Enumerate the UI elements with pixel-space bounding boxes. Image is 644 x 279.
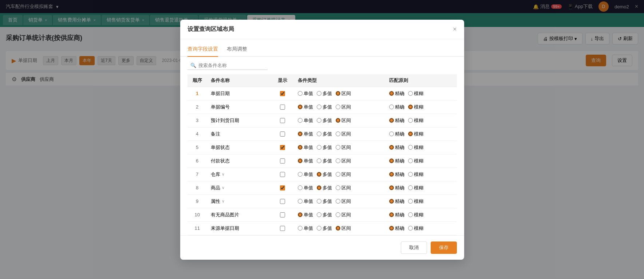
inner-table: 顺序 条件名称 显示 条件类型 匹配原则 1单据日期单值多值区间精确模糊2单据编… [180,74,464,92]
table-row: 1单据日期单值多值区间精确模糊 [187,87,457,92]
tab-layout-adjust[interactable]: 布局调整 [227,44,247,57]
search-input-wrap: 🔍 [187,61,268,70]
dialog-body: 查询字段设置 布局调整 🔍 顺序 条 [180,39,464,92]
cell-display [270,87,294,92]
tab-field-settings[interactable]: 查询字段设置 [187,44,218,57]
radio-rule-exact[interactable]: 精确 [389,90,404,92]
radio-type-range[interactable]: 区间 [336,90,351,92]
dialog-title: 设置查询区域布局 [187,25,234,33]
display-checkbox[interactable] [280,91,285,92]
modal-overlay: 设置查询区域布局 × 查询字段设置 布局调整 🔍 [0,0,644,92]
col-display: 显示 [270,74,294,87]
radio-type-multi[interactable]: 多值 [317,90,332,92]
radio-type-single[interactable]: 单值 [298,90,313,92]
col-cond-name: 条件名称 [207,74,270,87]
search-input[interactable] [198,63,265,68]
col-match-rule: 匹配原则 [386,74,457,87]
dialog-close-btn[interactable]: × [453,26,457,32]
col-cond-type: 条件类型 [294,74,385,87]
dialog-tab-bar: 查询字段设置 布局调整 [180,39,464,57]
cell-order: 1 [187,87,207,92]
cell-cond-name: 单据日期 [207,87,270,92]
cell-cond-type: 单值多值区间 [294,87,385,92]
col-order: 顺序 [187,74,207,87]
dialog: 设置查询区域布局 × 查询字段设置 布局调整 🔍 [180,20,464,92]
radio-rule-fuzzy[interactable]: 模糊 [408,90,423,92]
cell-match-rule: 精确模糊 [386,87,457,92]
dialog-header: 设置查询区域布局 × [180,20,464,39]
search-icon: 🔍 [190,63,196,68]
search-bar: 🔍 [180,57,464,74]
